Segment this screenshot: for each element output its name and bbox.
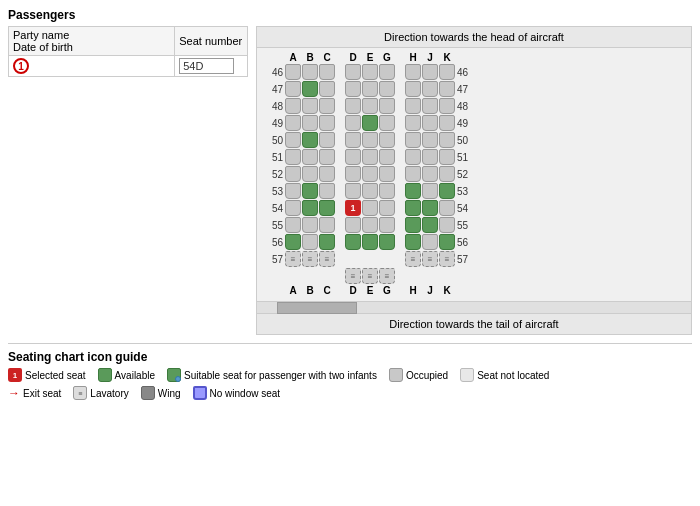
- seat-57J[interactable]: ≡: [422, 251, 438, 267]
- seat-47J[interactable]: [422, 81, 438, 97]
- seat-55A[interactable]: [285, 217, 301, 233]
- seat-56A[interactable]: [285, 234, 301, 250]
- seat-49D[interactable]: [345, 115, 361, 131]
- seat-46K[interactable]: [439, 64, 455, 80]
- seat-56H[interactable]: [405, 234, 421, 250]
- seat-52E[interactable]: [362, 166, 378, 182]
- seat-52K[interactable]: [439, 166, 455, 182]
- seat-48G[interactable]: [379, 98, 395, 114]
- seat-56E[interactable]: [362, 234, 378, 250]
- seat-47B[interactable]: [302, 81, 318, 97]
- seat-56K[interactable]: [439, 234, 455, 250]
- seat-52H[interactable]: [405, 166, 421, 182]
- seat-50K[interactable]: [439, 132, 455, 148]
- seat-57H[interactable]: ≡: [405, 251, 421, 267]
- scrollbar-thumb[interactable]: [277, 302, 357, 314]
- seat-51E[interactable]: [362, 149, 378, 165]
- seat-54H[interactable]: [405, 200, 421, 216]
- seat-49K[interactable]: [439, 115, 455, 131]
- seat-48H[interactable]: [405, 98, 421, 114]
- seat-53C[interactable]: [319, 183, 335, 199]
- seat-53J[interactable]: [422, 183, 438, 199]
- seat-49G[interactable]: [379, 115, 395, 131]
- seat-55D[interactable]: [345, 217, 361, 233]
- seat-47C[interactable]: [319, 81, 335, 97]
- seat-54G[interactable]: [379, 200, 395, 216]
- seat-50J[interactable]: [422, 132, 438, 148]
- seat-57C[interactable]: ≡: [319, 251, 335, 267]
- seat-46B[interactable]: [302, 64, 318, 80]
- seat-55G[interactable]: [379, 217, 395, 233]
- seat-52C[interactable]: [319, 166, 335, 182]
- seat-51K[interactable]: [439, 149, 455, 165]
- seat-52A[interactable]: [285, 166, 301, 182]
- seat-47E[interactable]: [362, 81, 378, 97]
- seat-48A[interactable]: [285, 98, 301, 114]
- seat-49E[interactable]: [362, 115, 378, 131]
- seat-46E[interactable]: [362, 64, 378, 80]
- seat-53H[interactable]: [405, 183, 421, 199]
- seat-47A[interactable]: [285, 81, 301, 97]
- seat-51A[interactable]: [285, 149, 301, 165]
- seat-46J[interactable]: [422, 64, 438, 80]
- seat-49C[interactable]: [319, 115, 335, 131]
- seat-48D[interactable]: [345, 98, 361, 114]
- seat-57K[interactable]: ≡: [439, 251, 455, 267]
- seat-52B[interactable]: [302, 166, 318, 182]
- seat-46C[interactable]: [319, 64, 335, 80]
- seat-50H[interactable]: [405, 132, 421, 148]
- seat-50C[interactable]: [319, 132, 335, 148]
- seat-46A[interactable]: [285, 64, 301, 80]
- seat-53D[interactable]: [345, 183, 361, 199]
- seat-54A[interactable]: [285, 200, 301, 216]
- seat-56G[interactable]: [379, 234, 395, 250]
- seat-48E[interactable]: [362, 98, 378, 114]
- seat-50G[interactable]: [379, 132, 395, 148]
- seat-50D[interactable]: [345, 132, 361, 148]
- seat-input[interactable]: [179, 58, 234, 74]
- seat-55E[interactable]: [362, 217, 378, 233]
- seat-49J[interactable]: [422, 115, 438, 131]
- seat-51B[interactable]: [302, 149, 318, 165]
- seat-56D[interactable]: [345, 234, 361, 250]
- seat-51J[interactable]: [422, 149, 438, 165]
- seat-54E[interactable]: [362, 200, 378, 216]
- seat-46G[interactable]: [379, 64, 395, 80]
- seat-49B[interactable]: [302, 115, 318, 131]
- seat-49H[interactable]: [405, 115, 421, 131]
- seat-53B[interactable]: [302, 183, 318, 199]
- seat-55J[interactable]: [422, 217, 438, 233]
- seat-57A[interactable]: ≡: [285, 251, 301, 267]
- seat-47D[interactable]: [345, 81, 361, 97]
- seat-53A[interactable]: [285, 183, 301, 199]
- seat-49A[interactable]: [285, 115, 301, 131]
- seat-46D[interactable]: [345, 64, 361, 80]
- seat-54K[interactable]: [439, 200, 455, 216]
- seat-51H[interactable]: [405, 149, 421, 165]
- seat-50A[interactable]: [285, 132, 301, 148]
- seat-53E[interactable]: [362, 183, 378, 199]
- seat-54C[interactable]: [319, 200, 335, 216]
- seat-47G[interactable]: [379, 81, 395, 97]
- seat-54B[interactable]: [302, 200, 318, 216]
- seat-55H[interactable]: [405, 217, 421, 233]
- seat-47K[interactable]: [439, 81, 455, 97]
- seat-53G[interactable]: [379, 183, 395, 199]
- seat-52G[interactable]: [379, 166, 395, 182]
- seat-55B[interactable]: [302, 217, 318, 233]
- seat-56B[interactable]: [302, 234, 318, 250]
- seat-55K[interactable]: [439, 217, 455, 233]
- seat-51G[interactable]: [379, 149, 395, 165]
- seat-56J[interactable]: [422, 234, 438, 250]
- seat-48B[interactable]: [302, 98, 318, 114]
- seat-56C[interactable]: [319, 234, 335, 250]
- seat-48C[interactable]: [319, 98, 335, 114]
- seat-50E[interactable]: [362, 132, 378, 148]
- seat-47H[interactable]: [405, 81, 421, 97]
- seat-48K[interactable]: [439, 98, 455, 114]
- seat-54D[interactable]: 1: [345, 200, 361, 216]
- seat-52D[interactable]: [345, 166, 361, 182]
- seat-53K[interactable]: [439, 183, 455, 199]
- seat-57B[interactable]: ≡: [302, 251, 318, 267]
- seat-55C[interactable]: [319, 217, 335, 233]
